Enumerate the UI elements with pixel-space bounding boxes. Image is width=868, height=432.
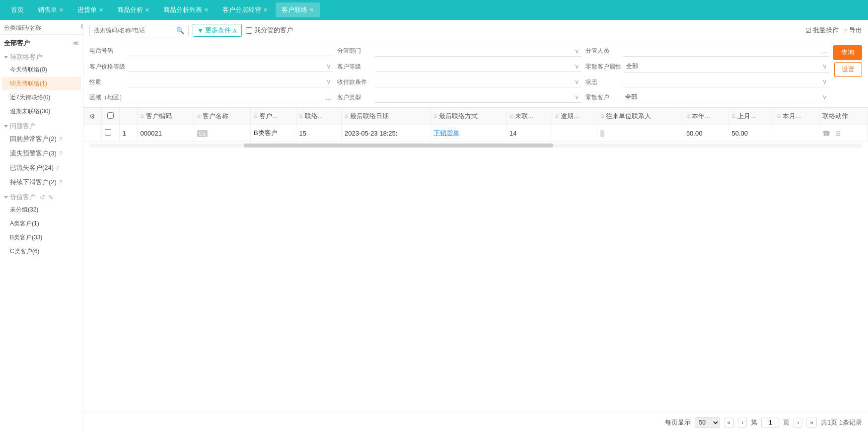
- sidebar-item-churn-warning[interactable]: 流失预警客户(3) ?: [2, 146, 81, 160]
- sidebar-item-abnormal-repurchase[interactable]: 回购异常客户(2) ?: [2, 132, 81, 146]
- col-this-month[interactable]: ≡ 本月...: [774, 108, 819, 125]
- sidebar-item-overdue-pending[interactable]: 逾期未联络(30): [2, 105, 81, 118]
- dept-label: 分管部门: [337, 47, 372, 55]
- customer-level-select[interactable]: ∨: [375, 61, 581, 72]
- per-page-select[interactable]: 50 100 200: [695, 417, 720, 428]
- main-search-input[interactable]: [94, 27, 174, 34]
- close-purchase-tab[interactable]: ✕: [99, 7, 103, 13]
- region-dots[interactable]: ...: [326, 93, 332, 101]
- nav-product-analysis[interactable]: 商品分析 ✕: [111, 2, 155, 17]
- filter-row-2: 客户价格等级 ∨ 客户等级 ∨: [89, 61, 829, 72]
- select-all-checkbox[interactable]: [107, 112, 114, 119]
- sidebar-item-7days-pending[interactable]: 近7天待联络(0): [2, 91, 81, 104]
- nav-purchase[interactable]: 进货单 ✕: [72, 2, 109, 17]
- col-customer-code[interactable]: ≡ 客户编码: [137, 108, 194, 125]
- sidebar-item-c-class[interactable]: C类客户(6): [2, 245, 81, 258]
- my-customers-checkbox[interactable]: [246, 27, 252, 34]
- col-last-contact-way[interactable]: ≡ 最后联络方式: [430, 108, 506, 125]
- col-gear[interactable]: ⚙: [83, 108, 101, 125]
- col-contact-count[interactable]: ≡ 联络...: [296, 108, 342, 125]
- my-customers-checkbox-label[interactable]: 我分管的客户: [246, 26, 293, 35]
- data-table-area: ⚙ ≡ 客户编码 ≡ 客户名称 ≡ 客户...: [83, 108, 868, 413]
- page-unit: 页: [783, 418, 790, 427]
- row-checkbox[interactable]: [101, 125, 119, 142]
- unit-contact-badge: [600, 130, 604, 137]
- value-refresh-icon[interactable]: ↺: [40, 194, 45, 201]
- page-input[interactable]: [761, 418, 779, 428]
- payment-select[interactable]: ∨: [375, 76, 581, 87]
- nav-product-analysis-list[interactable]: 商品分析列表 ✕: [157, 2, 215, 17]
- filter-cell-retail-customer: 零散客户 全部 ∨: [585, 91, 829, 103]
- col-customer-type[interactable]: ≡ 客户...: [251, 108, 296, 125]
- col-checkbox[interactable]: [101, 108, 119, 125]
- row-last-contact-way[interactable]: 下销货单: [430, 125, 506, 142]
- gear-icon[interactable]: ⚙: [89, 113, 95, 120]
- export-btn[interactable]: ↑ 导出: [845, 26, 863, 35]
- first-page-btn[interactable]: «: [724, 418, 734, 428]
- close-product-list-tab[interactable]: ✕: [204, 7, 209, 13]
- nav-customer-contact[interactable]: 客户联络 ✕: [276, 2, 320, 17]
- retail-customer-select[interactable]: 全部 ∨: [623, 91, 829, 103]
- col-last-contact-date[interactable]: ≡ 最后联络日期: [342, 108, 431, 125]
- manager-dots[interactable]: ...: [821, 47, 827, 55]
- price-level-select[interactable]: ∨: [128, 61, 333, 72]
- close-product-analysis-tab[interactable]: ✕: [145, 7, 149, 13]
- col-last-month[interactable]: ≡ 上月...: [728, 108, 774, 125]
- action-phone-icon[interactable]: ☎: [822, 130, 830, 137]
- sidebar-all-customers[interactable]: 全部客户 ≪: [0, 35, 83, 50]
- col-overdue[interactable]: ≡ 逾期...: [552, 108, 597, 125]
- price-level-chevron: ∨: [326, 63, 331, 70]
- sidebar-item-b-class[interactable]: B类客户(33): [2, 231, 81, 244]
- nature-chevron: ∨: [326, 78, 331, 85]
- nav-customer-tier[interactable]: 客户分层经营 ✕: [217, 2, 274, 17]
- row-this-month: [774, 125, 819, 142]
- close-sales-tab[interactable]: ✕: [59, 7, 64, 13]
- col-this-year[interactable]: ≡ 本年...: [683, 108, 728, 125]
- col-action: 联络动作: [819, 108, 868, 125]
- nature-select[interactable]: ∨: [127, 76, 333, 87]
- row-select-checkbox[interactable]: [105, 129, 111, 136]
- sidebar-item-tomorrow-pending[interactable]: 明天待联络(1): [2, 77, 81, 90]
- dept-select[interactable]: ∨: [375, 46, 581, 57]
- sidebar-item-ungrouped[interactable]: 未分组(32): [2, 203, 81, 216]
- col-customer-name[interactable]: ≡ 客户名称: [194, 108, 250, 125]
- batch-operate-btn[interactable]: ☑ 批量操作: [805, 26, 839, 35]
- query-button[interactable]: 查询: [833, 45, 862, 60]
- phone-input[interactable]: [127, 46, 333, 56]
- total-records: 共1页 1条记录: [821, 418, 862, 427]
- value-edit-icon[interactable]: ✎: [48, 194, 54, 201]
- col-unit-contact[interactable]: ≡ 往来单位联系人: [597, 108, 683, 125]
- sidebar-item-today-pending[interactable]: 今天待联络(0): [2, 63, 81, 76]
- row-type: B类客户: [251, 125, 296, 142]
- set-button[interactable]: 设置: [834, 62, 862, 77]
- h-scrollbar-area: [83, 142, 868, 147]
- retail-attr-label: 零散客户属性: [585, 63, 621, 71]
- filter-cell-price-level: 客户价格等级 ∨: [89, 61, 333, 72]
- row-overdue: [552, 125, 597, 142]
- top-navigation: 首页 销售单 ✕ 进货单 ✕ 商品分析 ✕ 商品分析列表 ✕ 客户分层经营 ✕ …: [0, 0, 868, 20]
- close-customer-tier-tab[interactable]: ✕: [263, 7, 268, 13]
- next-page-btn[interactable]: ›: [794, 418, 802, 428]
- prev-page-btn[interactable]: ‹: [738, 418, 747, 428]
- nav-sales[interactable]: 销售单 ✕: [32, 2, 70, 17]
- sidebar-item-a-class[interactable]: A类客户(1): [2, 217, 81, 230]
- retail-attr-select[interactable]: 全部 ∨: [624, 61, 829, 72]
- sidebar-problem-group: 问题客户: [0, 119, 83, 132]
- sidebar-search-input[interactable]: [4, 24, 78, 31]
- h-scrollbar-track[interactable]: [89, 144, 862, 147]
- action-grid-icon[interactable]: ⊞: [835, 130, 841, 137]
- more-conditions-btn[interactable]: ▼ 更多条件 ∧: [193, 24, 242, 37]
- last-contact-way-link[interactable]: 下销货单: [434, 129, 459, 137]
- nav-home[interactable]: 首页: [5, 2, 30, 17]
- sidebar-item-declining[interactable]: 持续下滑客户(2) ?: [2, 175, 81, 189]
- col-not-contact[interactable]: ≡ 未联...: [506, 108, 552, 125]
- retail-attr-chevron: ∨: [822, 63, 827, 70]
- sidebar-item-churned[interactable]: 已流失客户(24) ?: [2, 161, 81, 175]
- region-label: 区域（地区）: [89, 93, 125, 102]
- status-select[interactable]: ∨: [623, 76, 829, 87]
- last-page-btn[interactable]: »: [806, 418, 817, 428]
- close-customer-contact-tab[interactable]: ✕: [309, 7, 314, 13]
- pagination-bar: 每页显示 50 100 200 « ‹ 第 页 › » 共1页 1条记录: [83, 413, 868, 432]
- main-search-icon[interactable]: 🔍: [176, 27, 184, 34]
- customer-type-select[interactable]: ∨: [375, 92, 581, 103]
